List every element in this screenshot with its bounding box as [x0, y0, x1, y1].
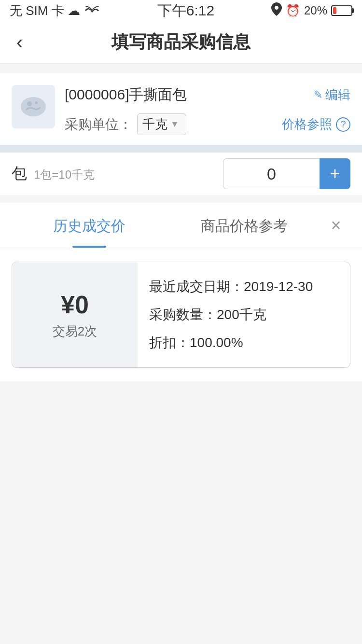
nav-bar: ‹ 填写商品采购信息	[0, 21, 362, 64]
product-unit-row: 采购单位： 千克 ▼ 价格参照 ?	[65, 113, 350, 135]
battery-icon	[331, 5, 352, 16]
quantity-input-wrap: 0 +	[223, 158, 350, 189]
history-discount-row: 折扣：100.00%	[149, 333, 338, 353]
product-name: [0000006]手撕面包	[65, 85, 187, 105]
product-info: [0000006]手撕面包 ✎ 编辑 采购单位： 千克 ▼ 价格参照 ?	[65, 85, 350, 135]
svg-point-0	[21, 97, 46, 116]
history-card: ¥0 交易2次 最近成交日期：2019-12-30 采购数量：200千克 折扣：…	[12, 262, 350, 368]
history-price-left: ¥0 交易2次	[12, 262, 138, 367]
unit-value: 千克	[142, 116, 167, 133]
history-qty-row: 采购数量：200千克	[149, 305, 338, 325]
battery-pct: 20%	[304, 4, 327, 17]
svg-point-2	[35, 101, 38, 104]
price-ref-label: 价格参照	[282, 116, 332, 133]
product-top-row: [0000006]手撕面包 ✎ 编辑	[65, 85, 350, 105]
back-button[interactable]: ‹	[12, 27, 28, 58]
history-details-right: 最近成交日期：2019-12-30 采购数量：200千克 折扣：100.00%	[138, 262, 350, 367]
edit-button[interactable]: ✎ 编辑	[314, 86, 350, 103]
price-ref-button[interactable]: 价格参照 ?	[282, 116, 350, 133]
status-bar: 无 SIM 卡 ☁ 下午6:12 ⏰ 20%	[0, 0, 362, 21]
tab2-label: 商品价格参考	[201, 218, 288, 234]
discount-value: 100.00%	[190, 335, 243, 350]
edit-label: 编辑	[325, 86, 350, 103]
qty-value: 200千克	[217, 307, 266, 322]
page-title: 填写商品采购信息	[111, 30, 251, 54]
svg-point-1	[27, 101, 32, 106]
price-value: 0	[75, 291, 89, 319]
status-right: ⏰ 20%	[271, 2, 352, 19]
quantity-unit: 包	[12, 163, 27, 184]
tab-header: 历史成交价 商品价格参考 ×	[0, 203, 362, 248]
history-trades: 交易2次	[53, 323, 97, 340]
tab1-label: 历史成交价	[53, 218, 125, 234]
qty-label: 采购数量：	[149, 307, 217, 322]
status-left: 无 SIM 卡 ☁	[10, 2, 100, 19]
discount-label: 折扣：	[149, 335, 190, 350]
quantity-plus-button[interactable]: +	[320, 158, 350, 189]
wifi-icon	[84, 3, 100, 18]
status-time: 下午6:12	[157, 1, 214, 21]
tab-section: 历史成交价 商品价格参考 × ¥0 交易2次 最近成交日期：2019-12-30…	[0, 203, 362, 381]
sim-label: 无 SIM 卡 ☁	[10, 2, 80, 19]
location-icon	[271, 2, 282, 19]
quantity-sub-label: 1包=10千克	[34, 167, 95, 182]
unit-arrow-icon: ▼	[170, 119, 179, 129]
history-date-row: 最近成交日期：2019-12-30	[149, 277, 338, 297]
product-thumbnail	[12, 85, 55, 128]
tab-content: ¥0 交易2次 最近成交日期：2019-12-30 采购数量：200千克 折扣：…	[0, 248, 362, 381]
edit-icon: ✎	[314, 89, 322, 101]
date-value: 2019-12-30	[244, 279, 313, 294]
product-header: [0000006]手撕面包 ✎ 编辑 采购单位： 千克 ▼ 价格参照 ?	[12, 85, 350, 135]
date-label: 最近成交日期：	[149, 279, 244, 294]
quantity-input[interactable]: 0	[223, 158, 320, 189]
section-divider	[0, 145, 362, 153]
tab-close-button[interactable]: ×	[321, 211, 350, 240]
tab-history-price[interactable]: 历史成交价	[12, 203, 167, 248]
quantity-row: 包 1包=10千克 0 +	[0, 153, 362, 195]
history-price-display: ¥0	[61, 290, 89, 319]
tab-product-price-ref[interactable]: 商品价格参考	[167, 203, 321, 248]
product-card: [0000006]手撕面包 ✎ 编辑 采购单位： 千克 ▼ 价格参照 ?	[0, 73, 362, 145]
quantity-label: 包 1包=10千克	[12, 163, 95, 184]
price-ref-info-icon: ?	[336, 117, 350, 132]
alarm-icon: ⏰	[286, 4, 300, 17]
currency-symbol: ¥	[61, 291, 75, 319]
unit-select[interactable]: 千克 ▼	[137, 113, 186, 135]
unit-label: 采购单位：	[65, 115, 132, 134]
